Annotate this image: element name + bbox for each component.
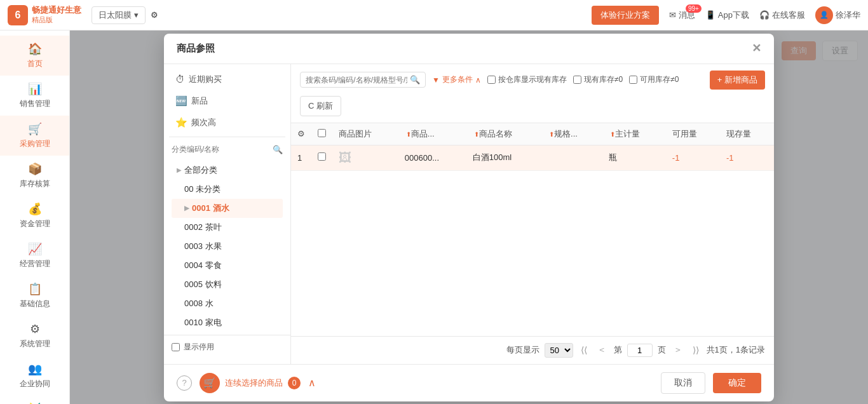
cat-label: 00 未分类	[184, 184, 220, 195]
sidebar-item-collab[interactable]: 👥 企业协同	[0, 356, 69, 396]
sidebar-item-purchase[interactable]: 🛒 采购管理	[0, 116, 69, 156]
modal-close-button[interactable]: ✕	[752, 43, 761, 54]
sidebar-item-system[interactable]: ⚙ 系统管理	[0, 316, 69, 356]
col-unit[interactable]: ⬆主计量	[602, 123, 665, 145]
cat-0005[interactable]: 0005 饮料	[172, 275, 283, 294]
cat-0002[interactable]: 0002 茶叶	[172, 218, 283, 237]
nav-right: ✉ 消息 99+ 📱 App下载 🎧 在线客服 👤 徐泽华	[669, 6, 860, 24]
sidebar-item-label: 资金管理	[20, 219, 50, 229]
sidebar-item-label: 企业协同	[20, 379, 50, 389]
table-row[interactable]: 1 🖼 000600... 白酒100ml 瓶	[291, 145, 774, 170]
cart-icon[interactable]: 🛒	[200, 373, 220, 393]
help-button[interactable]: ?	[177, 375, 192, 391]
sidebar-item-label: 系统管理	[20, 339, 50, 349]
category-search-input[interactable]	[172, 145, 270, 154]
filter-button[interactable]: ▼ 更多条件 ∧	[432, 74, 481, 85]
col-name[interactable]: ⬆商品名称	[466, 123, 541, 145]
confirm-button[interactable]: 确定	[713, 373, 761, 393]
modal: 商品参照 ✕ ⏱ 近期购买 🆕	[164, 34, 774, 401]
cell-checkbox[interactable]	[311, 145, 332, 170]
modal-title: 商品参照	[177, 43, 215, 55]
col-spec[interactable]: ⬆规格...	[541, 123, 602, 145]
cat-0010[interactable]: 0010 家电	[172, 313, 283, 332]
first-page-button[interactable]: ⟨⟨	[578, 344, 590, 356]
refresh-button[interactable]: C 刷新	[300, 96, 341, 116]
select-all-checkbox[interactable]	[318, 129, 326, 137]
nav-message[interactable]: ✉ 消息 99+	[669, 10, 695, 21]
cat-label: 0005 饮料	[184, 279, 222, 290]
available-ne0-checkbox[interactable]	[629, 76, 637, 84]
nav-selector[interactable]: 日太阳膜 ▾	[92, 6, 146, 24]
cell-spec	[541, 145, 602, 170]
last-page-button[interactable]: ⟩⟩	[690, 344, 702, 356]
stock-ne0-checkbox[interactable]	[573, 76, 581, 84]
table-header: ⚙ 商品图片 ⬆商品...	[291, 123, 774, 145]
sidebar-item-label: 首页	[27, 58, 43, 69]
per-page-select[interactable]: 50	[545, 343, 573, 358]
row-checkbox[interactable]	[318, 152, 326, 161]
stock-ne0-label: 现有库存≠0	[584, 74, 623, 85]
col-settings[interactable]: ⚙	[291, 123, 311, 145]
message-badge: 99+	[686, 4, 702, 13]
sidebar-item-inventory[interactable]: 📦 库存核算	[0, 156, 69, 196]
tab-new[interactable]: 🆕 新品	[169, 91, 285, 111]
cat-unclassified[interactable]: 00 未分类	[172, 180, 283, 199]
col-checkbox[interactable]	[311, 123, 332, 145]
sidebar-item-guide[interactable]: 🔰 新手引导	[0, 396, 69, 404]
page-unit: 页	[658, 344, 666, 356]
sidebar-item-operation[interactable]: 📈 经营管理	[0, 236, 69, 276]
finance-icon: 💰	[28, 202, 42, 216]
checkbox-warehouse[interactable]: 按仓库显示现有库存	[487, 74, 567, 85]
pagination: 每页显示 50 ⟨⟨ ＜ 第 页 ＞ ⟩⟩ 共1页，1条记录	[291, 336, 774, 364]
sidebar-item-basic[interactable]: 📋 基础信息	[0, 276, 69, 316]
nav-app[interactable]: 📱 App下载	[705, 10, 749, 21]
modal-footer: ? 🛒 连续选择的商品 0 ∧ 取消 确定	[164, 364, 774, 401]
page-input[interactable]	[627, 344, 653, 357]
per-page-label: 每页显示	[506, 344, 539, 356]
sidebar-item-sales[interactable]: 📊 销售管理	[0, 76, 69, 116]
nav-service[interactable]: 🎧 在线客服	[759, 10, 805, 21]
tab-frequent-label: 频次高	[191, 117, 216, 128]
collab-icon: 👥	[28, 362, 42, 376]
settings-icon[interactable]: ⚙	[151, 10, 158, 20]
tab-recent[interactable]: ⏱ 近期购买	[169, 69, 285, 90]
recent-icon: ⏱	[175, 74, 185, 84]
table-container: ⚙ 商品图片 ⬆商品...	[291, 123, 774, 336]
cat-0003[interactable]: 0003 水果	[172, 237, 283, 256]
col-stock: 现存量	[720, 123, 774, 145]
modal-overlay: 商品参照 ✕ ⏱ 近期购买 🆕	[70, 30, 868, 404]
cat-0004[interactable]: 0004 零食	[172, 256, 283, 275]
collapse-button[interactable]: ∧	[308, 377, 316, 389]
sort-icon: ⬆	[610, 131, 615, 138]
checkbox-stock-ne0[interactable]: 现有库存≠0	[573, 74, 623, 85]
table-body: 1 🖼 000600... 白酒100ml 瓶	[291, 145, 774, 170]
checkbox-available-ne0[interactable]: 可用库存≠0	[629, 74, 679, 85]
new-icon: 🆕	[175, 95, 187, 107]
sidebar-item-finance[interactable]: 💰 资金管理	[0, 196, 69, 236]
cat-0001[interactable]: ▶ 0001 酒水	[172, 199, 283, 218]
total-label: 共1页，1条记录	[707, 344, 765, 356]
nav-user[interactable]: 👤 徐泽华	[815, 6, 860, 24]
cat-label: 0003 水果	[184, 241, 222, 252]
left-tabs: ⏱ 近期购买 🆕 新品 ⭐ 频次高	[164, 69, 290, 133]
warehouse-checkbox[interactable]	[487, 76, 496, 84]
add-product-button[interactable]: + 新增商品	[710, 71, 765, 90]
show-disabled-checkbox[interactable]	[172, 343, 180, 351]
cancel-button[interactable]: 取消	[661, 372, 705, 394]
col-code[interactable]: ⬆商品...	[398, 123, 466, 145]
prev-page-button[interactable]: ＜	[595, 343, 609, 357]
tab-frequent[interactable]: ⭐ 频次高	[169, 112, 285, 133]
col-image: 商品图片	[332, 123, 398, 145]
sidebar-item-home[interactable]: 🏠 首页	[0, 36, 69, 76]
sort-icon: ⬆	[474, 131, 479, 138]
product-search-input[interactable]	[306, 76, 407, 84]
next-page-button[interactable]: ＞	[671, 343, 685, 357]
cat-0008[interactable]: 0008 水	[172, 294, 283, 313]
arrow-icon: ▶	[184, 205, 189, 212]
cat-label: 全部分类	[184, 165, 217, 176]
top-nav: 6 畅捷通好生意 精品版 日太阳膜 ▾ ⚙ 体验行业方案 ✉ 消息 99+ 📱 …	[0, 0, 868, 30]
cat-all[interactable]: ▶ 全部分类	[172, 161, 283, 180]
tab-new-label: 新品	[191, 95, 208, 107]
left-footer: 显示停用	[164, 335, 290, 359]
experience-btn[interactable]: 体验行业方案	[592, 6, 659, 25]
